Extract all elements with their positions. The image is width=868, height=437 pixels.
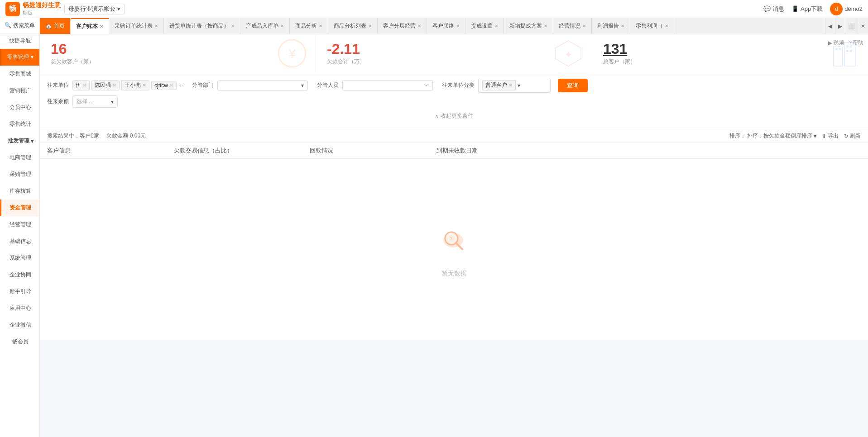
sidebar-item-enterprise-wechat[interactable]: 企业微信	[0, 317, 39, 333]
total-customers-label: 总客户（家）	[603, 58, 636, 66]
query-button[interactable]: 查询	[558, 79, 588, 92]
total-debtors-value: 16	[51, 42, 94, 56]
tab-inbound-stats[interactable]: 进货单统计表（按商品） ✕	[164, 18, 240, 34]
tab-product-analysis[interactable]: 商品分析 ✕	[290, 18, 328, 34]
remove-tag-wang[interactable]: ✕	[142, 82, 146, 88]
tab-close-inbound-stats[interactable]: ✕	[231, 24, 235, 28]
filter-row-1: 往来单位 伍 ✕ 陈民强 ✕ 王小亮 ✕	[47, 78, 861, 93]
sidebar-item-retail-stats[interactable]: 零售统计	[0, 116, 39, 133]
person-filter-select[interactable]: ···	[342, 80, 433, 91]
sidebar-item-purchase-mgmt[interactable]: 采购管理	[0, 166, 39, 183]
svg-rect-8	[846, 45, 849, 48]
svg-text:?: ?	[450, 237, 452, 242]
tab-close-retail-profit[interactable]: ✕	[665, 24, 668, 28]
tab-close-business-situation[interactable]: ✕	[582, 24, 586, 28]
collapse-btn[interactable]: ∧ 收起更多条件	[431, 110, 477, 122]
dept-filter-select[interactable]: ▾	[217, 80, 308, 91]
home-icon: 🏠	[45, 23, 52, 29]
workspace-selector[interactable]: 母婴行业演示帐套 ▾	[64, 4, 125, 14]
sidebar-item-basic-info[interactable]: 基础信息	[0, 233, 39, 250]
sidebar-item-finance-mgmt[interactable]: 资金管理	[0, 200, 39, 216]
tab-close-profit-report[interactable]: ✕	[621, 24, 624, 28]
tab-close-all[interactable]: ✕	[858, 18, 868, 34]
filter-tag-chen[interactable]: 陈民强 ✕	[91, 80, 120, 90]
table-body: ? 暂无数据	[40, 159, 868, 340]
tab-scroll-right[interactable]: ▶	[835, 18, 845, 34]
tab-close-product-analysis[interactable]: ✕	[319, 24, 322, 28]
filter-tag-common-customer[interactable]: 普通客户 ✕	[482, 80, 516, 90]
sidebar-item-retail-mgmt[interactable]: 零售管理 ▾	[0, 49, 39, 66]
empty-icon: ?	[436, 221, 472, 264]
user-menu[interactable]: d demo2	[830, 3, 863, 15]
tab-customer-account[interactable]: 客户账本 ✕	[71, 18, 109, 34]
chevron-down-icon: ▾	[31, 138, 34, 144]
sidebar-item-operations-mgmt[interactable]: 经营管理	[0, 216, 39, 233]
filter-tag-wang[interactable]: 王小亮 ✕	[121, 80, 149, 90]
sidebar-item-system-mgmt[interactable]: 系统管理	[0, 250, 39, 266]
stat-card-total-customers: ▶ 视频 ? 帮助	[592, 34, 868, 73]
tab-customer-contact[interactable]: 客户联络 ✕	[427, 18, 465, 34]
chevron-down-icon-dept: ▾	[301, 82, 304, 89]
tab-production-inbound[interactable]: 产成品入库单 ✕	[240, 18, 290, 34]
filter-row-collapse: ∧ 收起更多条件	[47, 110, 861, 122]
app-download-btn[interactable]: 📱 App下载	[791, 5, 823, 13]
sidebar-item-retail-store[interactable]: 零售商城	[0, 66, 39, 82]
sidebar: 🔍 搜索菜单 快捷导航 零售管理 ▾ 零售商城 营销推广 会员中心 零售统计 批…	[0, 18, 40, 437]
filter-tag-cjttcw[interactable]: cjttcw ✕	[151, 81, 177, 90]
sidebar-item-new-guide[interactable]: 新手引导	[0, 283, 39, 300]
sidebar-search[interactable]: 🔍 搜索菜单	[0, 18, 39, 33]
tab-commission-settings[interactable]: 提成设置 ✕	[465, 18, 504, 34]
tab-profit-report[interactable]: 利润报告 ✕	[592, 18, 630, 34]
tab-home[interactable]: 🏠 首页	[40, 18, 71, 34]
remove-tag-wu[interactable]: ✕	[82, 82, 86, 88]
page-content: ¥ 16 总欠款客户（家） ✦	[40, 34, 868, 437]
category-filter-select[interactable]: 普通客户 ✕ ▾	[478, 78, 551, 93]
sidebar-item-wholesale-mgmt[interactable]: 批发管理 ▾	[0, 133, 39, 149]
tab-close-production-inbound[interactable]: ✕	[280, 24, 284, 28]
filter-more-btn[interactable]: ···	[178, 82, 183, 89]
sidebar-item-marketing[interactable]: 营销推广	[0, 82, 39, 99]
tab-close-new-commission-plan[interactable]: ✕	[544, 24, 547, 28]
tab-close-customer-account[interactable]: ✕	[100, 24, 103, 29]
tab-purchase-order-stats[interactable]: 采购订单统计表 ✕	[109, 18, 164, 34]
result-bar: 搜索结果中，客户0家 欠款金额 0.00元 排序： 排序：按欠款金额倒序排序 ▾…	[40, 129, 868, 143]
tab-close-purchase-order-stats[interactable]: ✕	[154, 24, 158, 28]
filter-tag-wu[interactable]: 伍 ✕	[72, 80, 90, 90]
svg-rect-11	[850, 50, 852, 52]
tab-maximize[interactable]: ⬜	[845, 18, 858, 34]
tab-new-commission-plan[interactable]: 新增提成方案 ✕	[504, 18, 553, 34]
refresh-btn[interactable]: ↻ 刷新	[844, 132, 861, 140]
logo-text: 畅捷通好生意 标版	[23, 1, 61, 16]
content-area: 🏠 首页 客户账本 ✕ 采购订单统计表 ✕ 进货单统计表（按商品） ✕ 产成品入…	[40, 18, 868, 437]
tab-customer-segment[interactable]: 客户分层经营 ✕	[378, 18, 427, 34]
sidebar-item-ecommerce-mgmt[interactable]: 电商管理	[0, 149, 39, 166]
table-header: 客户信息 欠款交易信息（占比） 回款情况 到期未收款日期	[40, 143, 868, 159]
tab-close-customer-segment[interactable]: ✕	[417, 24, 421, 28]
sidebar-item-member-center[interactable]: 会员中心	[0, 99, 39, 116]
sort-select[interactable]: 排序： 排序：按欠款金额倒序排序 ▾	[729, 132, 816, 140]
export-icon: ⬆	[822, 133, 826, 139]
sidebar-quick-nav[interactable]: 快捷导航	[0, 33, 39, 49]
tab-close-commission-settings[interactable]: ✕	[494, 24, 498, 28]
sidebar-item-app-center[interactable]: 应用中心	[0, 300, 39, 317]
balance-filter-select[interactable]: 选择... ▾	[72, 95, 118, 108]
remove-tag-cjttcw[interactable]: ✕	[169, 82, 173, 88]
export-btn[interactable]: ⬆ 导出	[822, 132, 839, 140]
total-customers-value: 131	[603, 42, 636, 56]
tab-scroll-left[interactable]: ◀	[825, 18, 835, 34]
sidebar-item-inventory-check[interactable]: 库存核算	[0, 183, 39, 200]
tab-product-analysis-list[interactable]: 商品分析列表 ✕	[328, 18, 378, 34]
tab-business-situation[interactable]: 经营情况 ✕	[553, 18, 592, 34]
sidebar-item-premium-member[interactable]: 畅会员	[0, 333, 39, 350]
remove-tag-common-customer[interactable]: ✕	[508, 82, 513, 88]
message-btn[interactable]: 💬 消息	[763, 5, 784, 13]
tab-close-product-analysis-list[interactable]: ✕	[368, 24, 372, 28]
chevron-down-icon-category: ▾	[518, 82, 520, 89]
remove-tag-chen[interactable]: ✕	[112, 82, 116, 88]
tab-retail-profit[interactable]: 零售利润（ ✕	[630, 18, 674, 34]
sidebar-item-enterprise-collab[interactable]: 企业协同	[0, 266, 39, 283]
svg-text:✦: ✦	[565, 50, 572, 60]
money-circle-icon: ¥	[278, 39, 307, 74]
tab-close-customer-contact[interactable]: ✕	[456, 24, 460, 28]
chevron-down-icon-balance: ▾	[111, 99, 114, 105]
